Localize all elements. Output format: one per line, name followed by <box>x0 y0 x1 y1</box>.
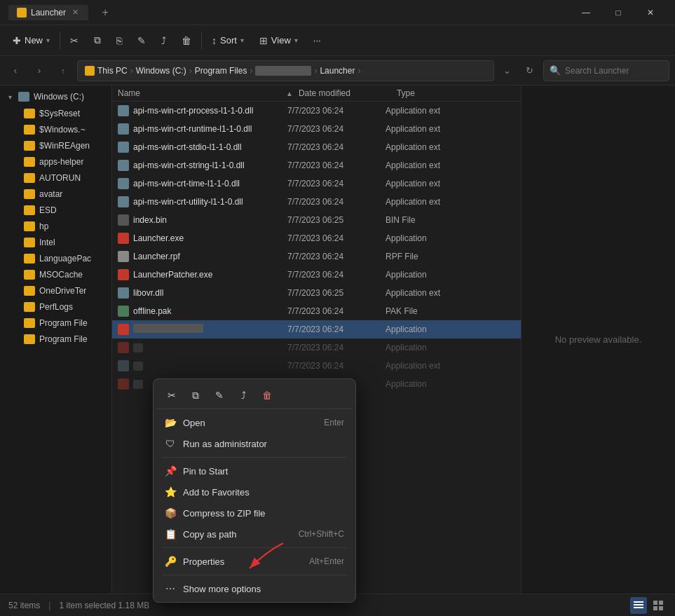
file-icon-pak <box>118 306 129 317</box>
table-row-selected[interactable]: 7/7/2023 06:24 Application <box>112 320 521 338</box>
path-dropdown-button[interactable]: ⌄ <box>498 60 515 81</box>
title-tab[interactable]: Launcher ✕ <box>8 5 88 20</box>
sidebar-folder-icon-6 <box>24 205 35 215</box>
ctx-copy-button[interactable]: ⧉ <box>184 385 207 406</box>
table-row[interactable]: api-ms-win-crt-string-l1-1-0.dll 7/7/202… <box>112 156 521 174</box>
table-row[interactable]: 7/7/2023 06:24 Application <box>112 338 521 357</box>
file-type: Application ext <box>386 179 470 189</box>
view-icon: ⊞ <box>259 35 268 46</box>
table-row[interactable]: api-ms-win-crt-stdio-l1-1-0.dll 7/7/2023… <box>112 138 521 156</box>
new-tab-button[interactable]: + <box>95 3 115 22</box>
ctx-favorites-item[interactable]: ⭐ Add to Favorites <box>156 481 353 502</box>
ctx-share-button[interactable]: ⤴ <box>232 385 254 406</box>
properties-icon: 🔑 <box>165 556 176 567</box>
path-drive: Windows (C:) <box>136 66 186 76</box>
file-date: 7/7/2023 06:25 <box>287 288 386 298</box>
col-date-header[interactable]: Date modified <box>299 88 397 98</box>
table-row[interactable]: Launcher.rpf 7/7/2023 06:24 RPF File <box>112 247 521 266</box>
address-path[interactable]: This PC › Windows (C:) › Program Files ›… <box>77 60 494 81</box>
table-row[interactable]: api-ms-win-crt-runtime-l1-1-0.dll 7/7/20… <box>112 120 521 138</box>
sidebar-chevron-drive: ▾ <box>6 93 14 101</box>
path-this-pc: This PC <box>97 66 128 76</box>
view-details-button[interactable] <box>630 597 647 614</box>
table-row[interactable]: LauncherPatcher.exe 7/7/2023 06:24 Appli… <box>112 266 521 284</box>
ctx-pintostart-item[interactable]: 📌 Pin to Start <box>156 460 353 481</box>
ctx-cut-button[interactable]: ✂ <box>161 385 183 406</box>
view-button[interactable]: ⊞ View ▾ <box>252 32 305 50</box>
ctx-delete-button[interactable]: 🗑 <box>256 385 278 406</box>
close-button[interactable]: ✕ <box>634 0 667 25</box>
sidebar-item-programfiles1[interactable]: Program File <box>3 315 109 331</box>
sidebar-item-intel[interactable]: Intel <box>3 235 109 250</box>
open-icon: 📂 <box>165 417 176 428</box>
ctx-compress-item[interactable]: 📦 Compress to ZIP file <box>156 502 353 523</box>
sort-button[interactable]: ↕ Sort ▾ <box>205 32 251 50</box>
table-row[interactable]: api-ms-win-crt-utility-l1-1-0.dll 7/7/20… <box>112 193 521 211</box>
sidebar-item-winreagen[interactable]: $WinREAgen <box>3 138 109 153</box>
copy-button[interactable]: ⧉ <box>87 31 108 50</box>
share-button[interactable]: ⤴ <box>154 32 173 50</box>
ctx-moreoptions-item[interactable]: ⋯ Show more options <box>156 578 353 599</box>
tab-folder-icon <box>17 8 27 18</box>
sort-arrow: ▲ <box>286 90 293 97</box>
ctx-rename-button[interactable]: ✎ <box>208 385 231 406</box>
paste-button[interactable]: ⎘ <box>109 32 129 50</box>
sidebar-item-autorun[interactable]: AUTORUN <box>3 170 109 186</box>
view-tiles-button[interactable] <box>650 597 667 614</box>
up-button[interactable]: ↑ <box>53 61 73 81</box>
file-icon-dll <box>118 196 129 207</box>
sidebar-item-avatar[interactable]: avatar <box>3 186 109 202</box>
forward-button[interactable]: › <box>29 61 49 81</box>
sidebar-label-4: AUTORUN <box>39 173 81 183</box>
sidebar-item-hp[interactable]: hp <box>3 219 109 234</box>
more-button[interactable]: ··· <box>306 32 328 49</box>
search-icon: 🔍 <box>550 65 561 76</box>
sidebar-item-perflogs[interactable]: PerfLogs <box>3 299 109 315</box>
sidebar-folder-icon-1 <box>24 125 35 135</box>
new-button[interactable]: ✚ New ▾ <box>6 32 57 50</box>
table-row[interactable]: libovr.dll 7/7/2023 06:25 Application ex… <box>112 284 521 302</box>
sidebar-item-programfiles2[interactable]: Program File <box>3 331 109 347</box>
sidebar-item-sysreset[interactable]: $SysReset <box>3 106 109 121</box>
sort-label: Sort <box>220 35 237 46</box>
sidebar-item-windows[interactable]: $Windows.~ <box>3 122 109 137</box>
search-box[interactable]: 🔍 <box>543 60 669 81</box>
ctx-runas-item[interactable]: 🛡 Run as administrator <box>156 433 353 454</box>
refresh-button[interactable]: ↻ <box>519 61 539 81</box>
rename-button[interactable]: ✎ <box>130 32 153 50</box>
sidebar-item-languagepac[interactable]: LanguagePac <box>3 251 109 266</box>
table-row[interactable]: api-ms-win-crt-time-l1-1-0.dll 7/7/2023 … <box>112 174 521 193</box>
col-type-header[interactable]: Type <box>397 88 481 98</box>
table-row[interactable]: 7/7/2023 06:24 Application ext <box>112 357 521 375</box>
table-row[interactable]: Launcher.exe 7/7/2023 06:24 Application <box>112 229 521 247</box>
back-button[interactable]: ‹ <box>6 61 25 81</box>
ctx-properties-item[interactable]: 🔑 Properties Alt+Enter <box>156 551 353 572</box>
sidebar-chevron-8 <box>11 238 20 247</box>
sidebar-item-esd[interactable]: ESD <box>3 203 109 218</box>
delete-button[interactable]: 🗑 <box>175 32 198 50</box>
maximize-button[interactable]: □ <box>602 0 634 25</box>
sidebar-parent-drive[interactable]: ▾ Windows (C:) <box>0 88 111 105</box>
sidebar-chevron-10 <box>11 271 20 279</box>
sidebar-item-msocache[interactable]: MSOCache <box>3 267 109 282</box>
minimize-button[interactable]: — <box>570 0 602 25</box>
sidebar-item-onedriveterm[interactable]: OneDriveTer <box>3 283 109 299</box>
tab-close-button[interactable]: ✕ <box>70 8 80 18</box>
col-name-header[interactable]: Name <box>118 88 286 98</box>
search-input[interactable] <box>565 66 649 76</box>
preview-panel: No preview available. <box>521 85 675 594</box>
sidebar-item-appshelper[interactable]: apps-helper <box>3 154 109 170</box>
sidebar-chevron-6 <box>11 206 20 214</box>
new-chevron-icon: ▾ <box>46 36 50 44</box>
file-name: api-ms-win-crt-utility-l1-1-0.dll <box>133 197 287 207</box>
ctx-copypath-item[interactable]: 📋 Copy as path Ctrl+Shift+C <box>156 523 353 545</box>
svg-rect-6 <box>653 606 657 610</box>
table-row[interactable]: offline.pak 7/7/2023 06:24 PAK File <box>112 302 521 320</box>
table-row[interactable]: index.bin 7/7/2023 06:25 BIN File <box>112 211 521 229</box>
ctx-open-item[interactable]: 📂 Open Enter <box>156 412 353 433</box>
file-icon-dll <box>118 287 129 299</box>
toolbar: ✚ New ▾ ✂ ⧉ ⎘ ✎ ⤴ 🗑 ↕ Sort ▾ ⊞ View ▾ ··… <box>0 25 675 56</box>
new-icon: ✚ <box>13 35 21 46</box>
table-row[interactable]: api-ms-win-crt-process-l1-1-0.dll 7/7/20… <box>112 102 521 120</box>
cut-button[interactable]: ✂ <box>63 32 86 50</box>
